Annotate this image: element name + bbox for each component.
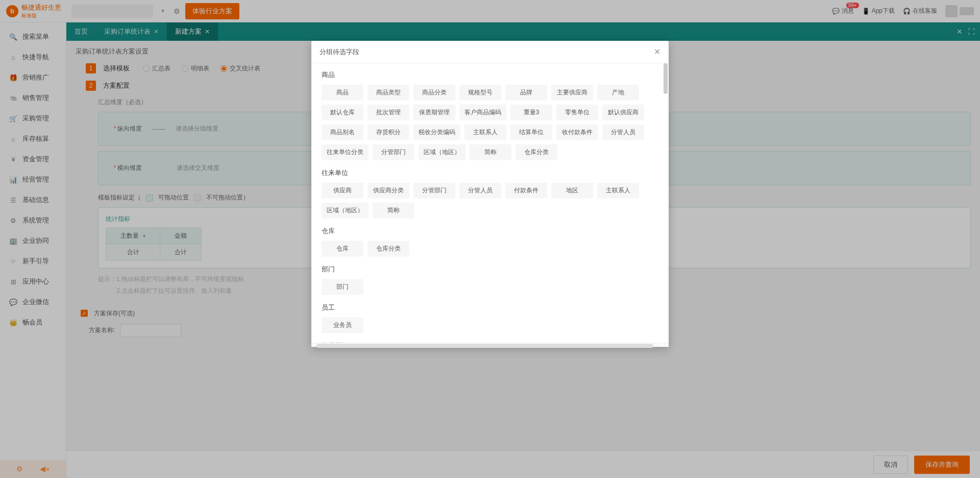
field-chip[interactable]: 区域（地区） bbox=[419, 144, 465, 160]
field-group-items: 商品商品类型商品分类规格型号品牌主要供应商产地默认仓库批次管理保质期管理客户商品… bbox=[322, 85, 658, 160]
field-group-title: 部门 bbox=[322, 265, 658, 274]
field-group-title: 商品 bbox=[322, 70, 658, 80]
field-chip[interactable]: 税收分类编码 bbox=[413, 124, 460, 140]
field-chip[interactable]: 区域（地区） bbox=[322, 203, 369, 218]
field-chip[interactable]: 简称 bbox=[373, 203, 414, 218]
field-chip[interactable]: 收付款条件 bbox=[556, 124, 598, 140]
field-chip[interactable]: 商品分类 bbox=[413, 85, 455, 100]
field-chip[interactable]: 结算单位 bbox=[510, 124, 552, 140]
field-chip[interactable]: 业务员 bbox=[322, 317, 363, 333]
modal-body: 商品商品商品类型商品分类规格型号品牌主要供应商产地默认仓库批次管理保质期管理客户… bbox=[311, 63, 669, 343]
field-chip[interactable]: 商品 bbox=[322, 85, 363, 100]
field-chip[interactable]: 默认供应商 bbox=[602, 105, 644, 120]
field-chip[interactable]: 产地 bbox=[597, 85, 639, 100]
field-chip[interactable]: 付款条件 bbox=[505, 183, 547, 198]
field-group: 商品商品商品类型商品分类规格型号品牌主要供应商产地默认仓库批次管理保质期管理客户… bbox=[322, 70, 658, 160]
field-chip[interactable]: 部门 bbox=[322, 279, 363, 295]
field-chip[interactable]: 默认仓库 bbox=[322, 105, 363, 120]
modal-horizontal-scrollbar[interactable] bbox=[311, 343, 669, 347]
modal-scrollbar-thumb[interactable] bbox=[664, 63, 668, 94]
field-group: 部门部门 bbox=[322, 265, 658, 295]
field-chip[interactable]: 主联系人 bbox=[597, 183, 639, 198]
modal-header: 分组待选字段 ✕ bbox=[311, 41, 669, 63]
modal-scrollbar[interactable] bbox=[664, 63, 668, 343]
field-group-title: 往来单位 bbox=[322, 168, 658, 178]
modal-overlay[interactable]: 分组待选字段 ✕ 商品商品商品类型商品分类规格型号品牌主要供应商产地默认仓库批次… bbox=[0, 0, 980, 478]
modal-hscroll-thumb[interactable] bbox=[316, 344, 653, 348]
field-chip[interactable]: 仓库 bbox=[322, 241, 363, 257]
field-chip[interactable]: 分管人员 bbox=[602, 124, 644, 140]
field-chip[interactable]: 主联系人 bbox=[464, 124, 506, 140]
field-chip[interactable]: 存货积分 bbox=[368, 124, 409, 140]
field-chip[interactable]: 地区 bbox=[551, 183, 593, 198]
field-chip[interactable]: 仓库分类 bbox=[516, 144, 557, 160]
field-chip[interactable]: 商品类型 bbox=[368, 85, 409, 100]
field-group-items: 部门 bbox=[322, 279, 658, 295]
field-chip[interactable]: 简称 bbox=[470, 144, 511, 160]
field-group-items: 供应商供应商分类分管部门分管人员付款条件地区主联系人区域（地区）简称 bbox=[322, 183, 658, 218]
field-group-title: 员工 bbox=[322, 303, 658, 312]
field-chip[interactable]: 分管部门 bbox=[413, 183, 455, 198]
field-chip[interactable]: 仓库分类 bbox=[368, 241, 409, 257]
field-selector-modal: 分组待选字段 ✕ 商品商品商品类型商品分类规格型号品牌主要供应商产地默认仓库批次… bbox=[311, 41, 669, 347]
field-chip[interactable]: 零售单位 bbox=[556, 105, 598, 120]
field-chip[interactable]: 分管部门 bbox=[373, 144, 414, 160]
field-chip[interactable]: 供应商分类 bbox=[368, 183, 409, 198]
field-chip[interactable]: 分管人员 bbox=[459, 183, 501, 198]
field-chip[interactable]: 客户商品编码 bbox=[459, 105, 506, 120]
field-chip[interactable]: 保质期管理 bbox=[413, 105, 455, 120]
field-chip[interactable]: 规格型号 bbox=[459, 85, 501, 100]
field-chip[interactable]: 批次管理 bbox=[368, 105, 409, 120]
field-chip[interactable]: 商品别名 bbox=[322, 124, 363, 140]
field-chip[interactable]: 往来单位分类 bbox=[322, 144, 369, 160]
modal-title: 分组待选字段 bbox=[320, 47, 359, 57]
close-icon[interactable]: ✕ bbox=[654, 47, 660, 57]
field-chip[interactable]: 重量3 bbox=[510, 105, 552, 120]
field-group: 仓库仓库仓库分类 bbox=[322, 227, 658, 257]
field-group-title: 仓库 bbox=[322, 227, 658, 236]
field-group-items: 仓库仓库分类 bbox=[322, 241, 658, 257]
field-chip[interactable]: 品牌 bbox=[505, 85, 547, 100]
field-group: 往来单位供应商供应商分类分管部门分管人员付款条件地区主联系人区域（地区）简称 bbox=[322, 168, 658, 218]
field-chip[interactable]: 主要供应商 bbox=[551, 85, 593, 100]
field-group-items: 业务员 bbox=[322, 317, 658, 333]
field-group: 员工业务员 bbox=[322, 303, 658, 333]
field-chip[interactable]: 供应商 bbox=[322, 183, 363, 198]
